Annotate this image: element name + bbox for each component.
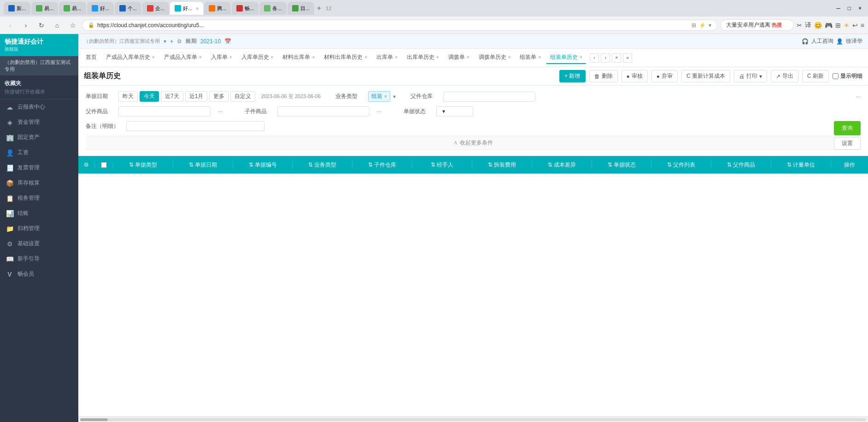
abandon-button[interactable]: ● 弃审 xyxy=(651,70,678,82)
home-button[interactable]: ⌂ xyxy=(51,19,64,32)
th-parent-goods[interactable]: ⇅ 父件商品 xyxy=(711,161,771,169)
nav-tab-transfer[interactable]: 调拨单 × xyxy=(445,52,473,64)
maximize-button[interactable]: □ xyxy=(845,5,854,12)
dropdown-arrow[interactable]: ▾ xyxy=(164,38,166,45)
nav-tab-material-out-hist-close[interactable]: × xyxy=(364,55,367,60)
tab-close-7[interactable]: × xyxy=(196,6,199,11)
nav-tab-home[interactable]: 首页 xyxy=(82,52,100,64)
nav-tab-material-out[interactable]: 材料出库单 × xyxy=(279,52,318,64)
nav-tab-out-history-close[interactable]: × xyxy=(436,55,439,60)
parent-goods-input[interactable] xyxy=(118,106,211,116)
export-button[interactable]: ↗ 导出 xyxy=(771,70,798,82)
sidebar-item-inventory[interactable]: 📦 库存核算 xyxy=(0,175,78,191)
new-tab-button[interactable]: + xyxy=(315,4,323,12)
translate-icon[interactable]: 译 xyxy=(805,21,811,29)
sidebar-item-member[interactable]: V 畅会员 xyxy=(0,266,78,282)
th-business-type[interactable]: ⇅ 业务类型 xyxy=(293,161,352,169)
nav-tab-out-order-close[interactable]: × xyxy=(395,55,398,60)
parent-goods-more[interactable]: ··· xyxy=(218,108,223,115)
nav-tab-assembly-hist-close[interactable]: × xyxy=(580,55,582,60)
tab-scroll-right[interactable]: › xyxy=(601,53,610,63)
nav-tab-production-in[interactable]: 产成品入库单 × xyxy=(160,52,205,64)
order-status-dropdown[interactable]: ▾ xyxy=(436,106,473,116)
nav-tab-in-order[interactable]: 入库单 × xyxy=(207,52,236,64)
add-company-button[interactable]: + xyxy=(170,38,173,45)
sidebar-item-salary[interactable]: 👤 工资 xyxy=(0,145,78,160)
sun-icon[interactable]: ☀ xyxy=(844,22,850,29)
nav-tab-material-out-history[interactable]: 材料出库单历史 × xyxy=(320,52,371,64)
sidebar-item-tax[interactable]: 📋 税务管理 xyxy=(0,191,78,206)
date-btn-custom[interactable]: 自定义 xyxy=(230,91,255,102)
browser-tab-9[interactable]: 畅... xyxy=(232,2,258,15)
sidebar-item-settlement[interactable]: 📊 结账 xyxy=(0,206,78,221)
recalculate-button[interactable]: C 重新计算成本 xyxy=(681,70,730,82)
th-order-type[interactable]: ⇅ 单据类型 xyxy=(113,161,173,169)
nav-tab-out-order[interactable]: 出库单 × xyxy=(373,52,401,64)
sidebar-item-finance[interactable]: ◈ 资金管理 xyxy=(0,115,78,130)
th-order-status[interactable]: ⇅ 单据状态 xyxy=(592,161,652,169)
browser-tab-2[interactable]: 易... xyxy=(31,2,58,15)
browser-tab-11[interactable]: 目... xyxy=(287,2,314,15)
nav-tab-prod-in-hist-close[interactable]: × xyxy=(152,55,155,60)
nav-tab-prod-in-close[interactable]: × xyxy=(199,55,202,60)
nav-tab-assembly-close[interactable]: × xyxy=(538,55,541,60)
browser-tab-10[interactable]: 各... xyxy=(259,2,286,15)
th-disassembly-cost[interactable]: ⇅ 拆装费用 xyxy=(472,161,532,169)
nav-tab-transfer-close[interactable]: × xyxy=(467,55,469,60)
browser-tab-6[interactable]: 企... xyxy=(142,2,169,15)
th-handler[interactable]: ⇅ 经手人 xyxy=(412,161,472,169)
nav-tab-material-out-close[interactable]: × xyxy=(312,55,315,60)
th-cost-diff[interactable]: ⇅ 成本差异 xyxy=(532,161,592,169)
select-all-checkbox[interactable] xyxy=(101,162,107,168)
delete-button[interactable]: 🗑 删除 xyxy=(589,70,618,82)
grid-icon[interactable]: ⊞ xyxy=(835,22,841,29)
nav-tab-transfer-hist-close[interactable]: × xyxy=(508,55,511,60)
date-btn-7days[interactable]: 近7天 xyxy=(161,91,183,102)
nav-tab-in-history-close[interactable]: × xyxy=(271,55,274,60)
show-detail-label[interactable]: 显示明细 xyxy=(833,72,862,80)
game-icon[interactable]: 🎮 xyxy=(825,22,833,29)
nav-tab-assembly-history[interactable]: 组装单历史 × xyxy=(546,52,586,64)
address-bar[interactable]: 🔒 https://cloud.chanjet.com/accounting/u… xyxy=(82,20,717,31)
bookmark-button[interactable]: ☆ xyxy=(66,19,79,32)
user-avatar-icon[interactable]: 👤 xyxy=(836,38,843,45)
nav-tab-transfer-history[interactable]: 调拨单历史 × xyxy=(475,52,515,64)
th-order-date[interactable]: ⇅ 单据日期 xyxy=(173,161,233,169)
sidebar-item-invoice[interactable]: 🧾 发票管理 xyxy=(0,160,78,175)
nav-tab-in-history[interactable]: 入库单历史 × xyxy=(238,52,277,64)
notes-input[interactable] xyxy=(126,121,264,131)
child-goods-more[interactable]: ··· xyxy=(377,108,381,115)
back-button[interactable]: ‹ xyxy=(4,19,17,32)
browser-tab-4[interactable]: 好... xyxy=(87,2,114,15)
th-checkbox[interactable] xyxy=(95,162,113,168)
print-button[interactable]: 🖨 打印 ▾ xyxy=(734,70,767,82)
parent-warehouse-more[interactable]: ··· xyxy=(856,93,861,100)
show-detail-checkbox[interactable] xyxy=(833,73,839,79)
nav-tab-in-order-close[interactable]: × xyxy=(229,55,232,60)
nav-tab-production-in-history[interactable]: 产成品入库单历史 × xyxy=(102,52,158,64)
refresh-browser-button[interactable]: ↻ xyxy=(35,19,48,32)
settings-button[interactable]: 设置 xyxy=(834,137,861,150)
business-type-tag-close[interactable]: × xyxy=(384,94,387,99)
add-button[interactable]: + 新增 xyxy=(559,70,585,82)
browser-tab-1[interactable]: 新... xyxy=(4,2,30,15)
th-order-no[interactable]: ⇅ 单据编号 xyxy=(233,161,293,169)
scrollbar-area[interactable] xyxy=(78,416,868,422)
browser-tab-3[interactable]: 易... xyxy=(59,2,86,15)
th-parent-list[interactable]: ⇅ 父件列表 xyxy=(651,161,711,169)
browser-tab-7[interactable]: 好... × xyxy=(170,2,203,15)
tab-menu-button[interactable]: ≡ xyxy=(623,53,632,63)
undo-icon[interactable]: ↩ xyxy=(852,22,858,29)
search-bar[interactable]: 大量安卓用户逃离 热搜 xyxy=(720,19,794,31)
headset-icon[interactable]: 🎧 xyxy=(802,38,809,45)
scrollbar-thumb[interactable] xyxy=(80,418,108,421)
forward-button[interactable]: › xyxy=(19,19,32,32)
query-button[interactable]: 查询 xyxy=(834,121,861,135)
th-child-warehouse[interactable]: ⇅ 子件仓库 xyxy=(352,161,412,169)
minimize-button[interactable]: ─ xyxy=(833,5,843,12)
emoji-icon[interactable]: 😊 xyxy=(814,22,822,29)
date-btn-today[interactable]: 今天 xyxy=(140,91,159,102)
th-settings[interactable]: ⚙ xyxy=(78,162,95,168)
close-button[interactable]: × xyxy=(856,5,864,12)
th-unit[interactable]: ⇅ 计量单位 xyxy=(771,161,831,169)
